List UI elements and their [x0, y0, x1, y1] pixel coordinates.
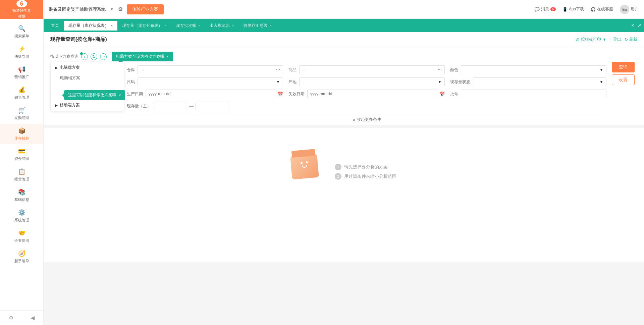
inventory-status-label: 现存量状态 [450, 79, 470, 85]
tooltip2-text: 这里可以创建和修改方案哦 [68, 92, 116, 98]
message-btn[interactable]: 💬 消息 6 [535, 6, 556, 12]
system-dropdown-icon[interactable]: ▼ [110, 7, 114, 12]
message-badge: 6 [550, 7, 556, 11]
sidebar-item-purchase[interactable]: 🛒 采购管理 [0, 103, 43, 124]
app-download-btn[interactable]: 📱 App下载 [562, 6, 584, 12]
sidebar-item-system[interactable]: ⚙️ 系统管理 [0, 206, 43, 226]
template-print-btn[interactable]: 🖨 按模板打印 ▼ [576, 37, 606, 42]
user-menu[interactable]: Ea 用户 [620, 5, 639, 14]
reset-btn[interactable]: 设置 [612, 74, 635, 85]
main-content: 现存量查询(按仓库+商品) 🖨 按模板打印 ▼ ↑ 导出 ↻ 刷新 [44, 32, 644, 325]
sidebar-item-enterprise[interactable]: 🤝 企业协同 [0, 226, 43, 247]
sidebar-item-operations[interactable]: 📋 经营管理 [0, 165, 43, 185]
filter-add-btn[interactable]: + [81, 53, 88, 60]
tab-label: 现存量（库存分布表） [122, 23, 162, 29]
scheme-section-desktop: ▶ 电脑端方案 电脑端方案 这里可以创建和修改方案哦 × [51, 62, 124, 83]
refresh-btn[interactable]: ↻ 刷新 [625, 37, 637, 42]
inventory-main-from[interactable] [154, 102, 187, 110]
tab-label: 现存量（库存状况表） [68, 23, 109, 29]
goods-label: 商品 [288, 67, 297, 73]
app-logo: 6 畅通好生意 标版 [0, 0, 43, 19]
refresh-icon: ↻ [625, 37, 628, 42]
empty-num-2: 2 [335, 173, 341, 180]
color-select[interactable]: ▼ [461, 65, 606, 74]
export-label: 导出 [613, 37, 621, 42]
collapse-sidebar-icon[interactable]: ◀ [31, 315, 35, 321]
tab-close-icon[interactable]: × [164, 23, 166, 28]
sidebar-item-basics[interactable]: 📚 基础信息 [0, 185, 43, 206]
tab-batch-account[interactable]: 库存批次账 × [171, 21, 205, 31]
page-actions: 🖨 按模板打印 ▼ ↑ 导出 ↻ 刷新 [576, 37, 637, 42]
sidebar-item-label: 企业协同 [14, 238, 29, 243]
sidebar-item-sales[interactable]: 💰 销售管理 [0, 83, 43, 103]
tab-close-icon[interactable]: × [232, 23, 234, 28]
tab-home[interactable]: 首页 [46, 21, 64, 31]
sidebar-item-guide[interactable]: 🧭 新手引导 [0, 247, 43, 267]
expiry-date-input[interactable] [307, 90, 438, 98]
scheme-section-mobile: ▶ 移动端方案 [51, 100, 124, 111]
sidebar-item-finance[interactable]: 💳 资金管理 [0, 144, 43, 165]
template-print-label: 按模板打印 [581, 37, 601, 42]
collapse-btn[interactable]: ∧ 收起更多条件 [127, 114, 606, 125]
calendar-icon[interactable]: 📅 [439, 92, 445, 97]
filter-back-btn[interactable]: ←← [100, 53, 107, 60]
chevron-icon: ▶ [55, 65, 58, 70]
trial-btn[interactable]: 体验行业方案 [127, 4, 164, 14]
inventory-icon: 📦 [18, 127, 25, 134]
chevron-icon: ▶ [55, 103, 58, 108]
filter-row-3: 生产日期 📅 失效日期 📅 [127, 90, 606, 98]
origin-arrow: ▼ [438, 79, 442, 84]
goods-select[interactable]: ··· ⋯ [299, 65, 445, 74]
tab-close-icon[interactable]: × [270, 23, 272, 28]
expiry-date-field: 失效日期 📅 [288, 90, 445, 98]
tab-label: 收发存汇总表 [244, 23, 268, 29]
tab-inventory-dist[interactable]: 现存量（库存分布表） × [117, 21, 171, 31]
tab-inventory-status[interactable]: 现存量（库存状况表） × [64, 21, 117, 31]
expiry-date-input-wrap: 📅 [307, 90, 445, 98]
search-menu-icon: 🔍 [18, 25, 25, 32]
calendar-icon[interactable]: 📅 [278, 92, 283, 97]
sidebar-item-search-menu[interactable]: 🔍 搜索菜单 [0, 21, 43, 42]
inventory-main-to[interactable] [196, 102, 229, 110]
warehouse-placeholder: ··· [141, 67, 144, 72]
sidebar-item-label: 资金管理 [14, 156, 29, 161]
origin-select[interactable]: ▼ [299, 77, 445, 86]
sales-icon: 💰 [18, 86, 25, 94]
gear-icon[interactable]: ⚙ [118, 6, 123, 12]
export-btn[interactable]: ↑ 导出 [610, 37, 621, 42]
tooltip1-close-icon[interactable]: × [166, 54, 169, 59]
online-support-btn[interactable]: 🎧 在线客服 [591, 6, 613, 12]
warehouse-select[interactable]: ··· ⋯ [138, 65, 283, 74]
tab-close-icon[interactable]: × [111, 23, 113, 28]
expand-icon[interactable]: ⤢ [637, 22, 641, 29]
sidebar-item-quick-nav[interactable]: ⚡ 快捷导航 [0, 42, 43, 62]
tab-receive-summary[interactable]: 收发存汇总表 × [239, 21, 276, 31]
user-label: 用户 [631, 6, 639, 12]
print-icon: 🖨 [576, 37, 580, 42]
tab-close-icon[interactable]: × [198, 23, 200, 28]
tab-in-out-flow[interactable]: 出入库流水 × [205, 21, 238, 31]
scheme-mobile-header[interactable]: ▶ 移动端方案 [51, 100, 124, 111]
color-label: 颜色 [450, 67, 458, 73]
sidebar-item-inventory[interactable]: 📦 库存核算 [0, 124, 43, 144]
color-field: 颜色 ▼ [450, 65, 606, 74]
batch-input[interactable] [461, 90, 606, 98]
scheme-create-tooltip: 这里可以创建和修改方案哦 × [64, 90, 125, 100]
search-btn[interactable]: 查询 [612, 62, 635, 72]
production-date-input[interactable] [146, 90, 276, 98]
filter-refresh-btn[interactable]: ↻ [91, 53, 97, 60]
tab-bar: 首页 现存量（库存状况表） × 现存量（库存分布表） × 库存批次账 × 出入库… [44, 19, 644, 32]
scheme-panel: ▶ 电脑端方案 电脑端方案 这里可以创建和修改方案哦 × [50, 62, 124, 111]
tooltip2-close-icon[interactable]: × [118, 93, 121, 98]
sidebar-item-label: 营销推广 [14, 74, 29, 79]
size-label: 尺码 [127, 79, 135, 85]
settings-icon[interactable]: ⚙ [9, 315, 13, 321]
sidebar-item-label: 经营管理 [14, 177, 29, 182]
scheme-desktop-item[interactable]: 电脑端方案 [51, 73, 124, 83]
close-all-tabs-icon[interactable]: × [631, 22, 634, 29]
system-icon: ⚙️ [18, 209, 25, 216]
size-select[interactable]: ▼ [138, 77, 283, 86]
inventory-status-select[interactable]: ▼ [473, 77, 606, 86]
scheme-desktop-header[interactable]: ▶ 电脑端方案 [51, 62, 124, 73]
sidebar-item-marketing[interactable]: 📢 营销推广 [0, 62, 43, 83]
